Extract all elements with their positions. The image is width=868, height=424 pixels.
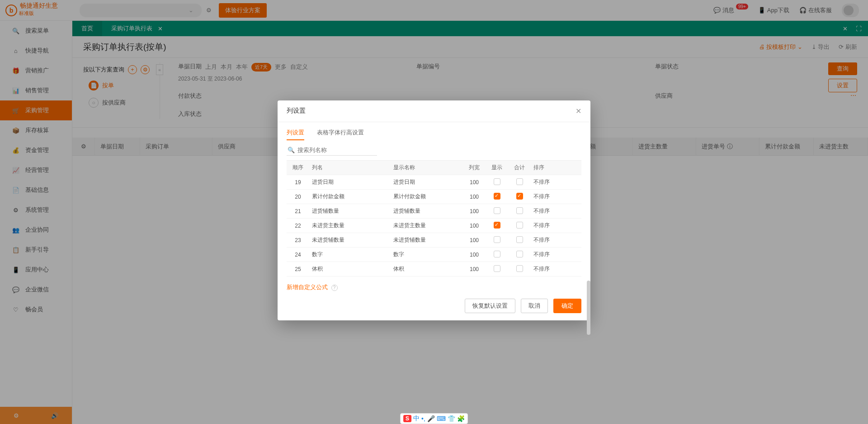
ime-keyboard-icon[interactable]: ⌨ (437, 415, 446, 422)
sum-checkbox (516, 178, 523, 185)
show-checkbox (494, 193, 500, 200)
ime-tool-icon[interactable]: 🧩 (457, 415, 465, 422)
show-checkbox (494, 222, 500, 229)
column-table: 顺序 列名 显示名称 列宽 显示 合计 排序 19 进货日期 进货日期 100 … (287, 160, 581, 278)
column-row: 20 累计付款金额 累计付款金额 100 不排序 (287, 190, 581, 204)
show-checkbox (494, 178, 500, 185)
show-checkbox (494, 207, 500, 214)
modal-search[interactable]: 🔍 (287, 145, 377, 156)
sum-checkbox (516, 236, 523, 243)
add-formula-link[interactable]: 新增自定义公式 (287, 284, 328, 291)
column-row: 19 进货日期 进货日期 100 不排序 (287, 175, 581, 190)
column-row: 22 未进货主数量 未进货主数量 100 不排序 (287, 219, 581, 233)
restore-button[interactable]: 恢复默认设置 (465, 299, 515, 313)
search-icon: 🔍 (288, 147, 295, 153)
ok-button[interactable]: 确定 (553, 299, 581, 313)
modal-tabs: 列设置 表格字体行高设置 (278, 122, 590, 140)
show-checkbox (494, 265, 500, 272)
column-row: 25 体积 体积 100 不排序 (287, 262, 581, 276)
sum-checkbox (516, 265, 523, 272)
modal-search-input[interactable] (297, 147, 376, 153)
ime-mic-icon[interactable]: 🎤 (427, 415, 435, 422)
show-checkbox (494, 251, 500, 257)
column-row: 24 数字 数字 100 不排序 (287, 248, 581, 262)
help-icon[interactable]: ? (331, 285, 338, 291)
ime-toolbar: S 中 •, 🎤 ⌨ 👕 🧩 (400, 413, 468, 424)
modal-tab-font[interactable]: 表格字体行高设置 (317, 129, 364, 139)
ime-skin-icon[interactable]: 👕 (448, 415, 455, 422)
column-row: 21 进货辅数量 进货辅数量 100 不排序 (287, 204, 581, 219)
column-row: 23 未进货辅数量 未进货辅数量 100 不排序 (287, 233, 581, 248)
modal-tab-columns[interactable]: 列设置 (287, 129, 304, 140)
column-settings-modal: 列设置 ✕ 列设置 表格字体行高设置 🔍 顺序 列名 显示名称 列宽 显示 合计… (278, 100, 590, 320)
modal-footer: 恢复默认设置 取消 确定 (278, 291, 590, 320)
add-custom-formula: 新增自定义公式 ? (278, 278, 590, 291)
close-icon[interactable]: ✕ (576, 107, 581, 115)
column-table-head: 顺序 列名 显示名称 列宽 显示 合计 排序 (287, 161, 581, 175)
sogou-icon[interactable]: S (403, 415, 411, 422)
modal-title: 列设置 (287, 107, 306, 115)
ime-lang-icon[interactable]: 中 (413, 414, 420, 423)
sum-checkbox (516, 222, 523, 229)
ime-punc-icon[interactable]: •, (421, 415, 425, 422)
sum-checkbox (516, 251, 523, 257)
sum-checkbox (516, 207, 523, 214)
show-checkbox (494, 236, 500, 243)
sum-checkbox (516, 193, 523, 200)
cancel-button[interactable]: 取消 (521, 299, 548, 313)
